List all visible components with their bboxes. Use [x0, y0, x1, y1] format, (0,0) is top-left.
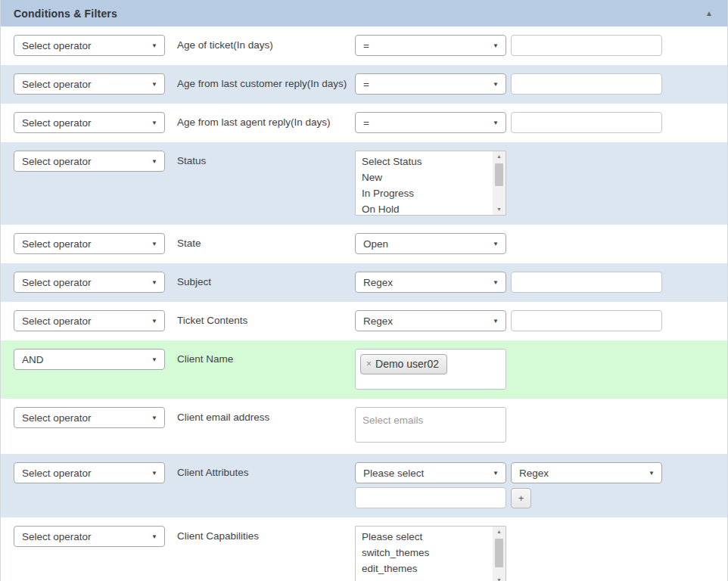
- client-name-tag-input[interactable]: × Demo user02: [355, 349, 506, 390]
- state-select-value: Open: [363, 238, 388, 250]
- filter-label: Client Name: [177, 349, 355, 370]
- scrollbar-thumb[interactable]: [495, 539, 503, 567]
- value-input[interactable]: [511, 112, 662, 133]
- chevron-down-icon: ▼: [147, 470, 157, 477]
- value-input[interactable]: [511, 73, 662, 95]
- filter-row-client-email: Select operator ▼ Client email address S…: [1, 399, 727, 454]
- scroll-up-icon[interactable]: ▲: [493, 527, 506, 537]
- collapse-arrow-icon[interactable]: ▲: [705, 9, 713, 17]
- operator-select-value: Select operator: [22, 315, 92, 327]
- comparator-select-value: =: [363, 117, 369, 129]
- chevron-down-icon: ▼: [147, 415, 157, 421]
- operator-select[interactable]: Select operator ▼: [14, 73, 165, 95]
- operator-select-value: Select operator: [22, 412, 92, 424]
- operator-select[interactable]: Select operator ▼: [14, 35, 165, 56]
- client-email-tag-input[interactable]: Select emails: [355, 407, 506, 443]
- email-input-placeholder: Select emails: [362, 415, 423, 426]
- attribute-value-input[interactable]: [355, 487, 506, 508]
- list-option[interactable]: New: [356, 169, 493, 185]
- operator-select[interactable]: Select operator ▼: [14, 526, 165, 547]
- chevron-down-icon: ▼: [147, 318, 157, 325]
- operator-select-value: AND: [22, 354, 44, 365]
- panel-title: Conditions & Filters: [14, 8, 705, 20]
- capabilities-multiselect[interactable]: Please select switch_themes edit_themes …: [355, 526, 506, 581]
- operator-select[interactable]: Select operator ▼: [14, 272, 165, 293]
- list-option[interactable]: Please select: [356, 529, 493, 545]
- state-select[interactable]: Open ▼: [355, 233, 506, 254]
- attribute-select[interactable]: Please select ▼: [355, 462, 506, 483]
- chevron-down-icon: ▼: [488, 318, 499, 325]
- chevron-down-icon: ▼: [147, 279, 157, 286]
- scroll-down-icon[interactable]: ▼: [493, 575, 506, 581]
- chevron-down-icon: ▼: [147, 241, 157, 247]
- operator-select[interactable]: Select operator ▼: [14, 462, 165, 483]
- chevron-down-icon: ▼: [147, 158, 157, 165]
- filter-label: Client Capabilities: [177, 526, 355, 547]
- chevron-down-icon: ▼: [488, 241, 499, 247]
- filter-row-state: Select operator ▼ State Open ▼: [1, 225, 727, 263]
- remove-tag-icon[interactable]: ×: [366, 359, 372, 369]
- operator-select[interactable]: AND ▼: [14, 349, 165, 370]
- selected-tag-label: Demo user02: [375, 358, 439, 370]
- scrollbar-thumb[interactable]: [495, 163, 503, 186]
- operator-select-value: Select operator: [22, 468, 92, 479]
- comparator-select[interactable]: Regex ▼: [355, 272, 506, 293]
- filter-label: Subject: [177, 272, 355, 293]
- filter-row-age-of-ticket: Select operator ▼ Age of ticket(In days)…: [1, 26, 727, 65]
- filter-row-age-last-customer-reply: Select operator ▼ Age from last customer…: [1, 65, 727, 104]
- scroll-up-icon[interactable]: ▲: [493, 151, 506, 162]
- list-option[interactable]: switch_themes: [356, 545, 493, 561]
- list-option[interactable]: Select Status: [356, 154, 493, 169]
- comparator-select-value: Regex: [519, 468, 549, 479]
- list-option[interactable]: In Progress: [356, 185, 493, 201]
- operator-select[interactable]: Select operator ▼: [14, 310, 165, 331]
- comparator-select[interactable]: = ▼: [355, 73, 506, 95]
- chevron-down-icon: ▼: [488, 81, 499, 88]
- operator-select-value: Select operator: [22, 79, 92, 90]
- attribute-select-value: Please select: [363, 468, 424, 479]
- scroll-down-icon[interactable]: ▼: [493, 204, 506, 215]
- filter-label: Client Attributes: [177, 462, 355, 483]
- operator-select[interactable]: Select operator ▼: [14, 233, 165, 254]
- filter-label: Status: [177, 151, 355, 172]
- comparator-select[interactable]: = ▼: [355, 112, 506, 133]
- chevron-down-icon: ▼: [147, 42, 157, 49]
- filter-label: State: [177, 233, 355, 254]
- filter-label: Age of ticket(In days): [177, 35, 355, 56]
- chevron-down-icon: ▼: [147, 356, 157, 363]
- comparator-select[interactable]: = ▼: [355, 35, 506, 56]
- scrollbar[interactable]: ▲ ▼: [493, 527, 506, 581]
- operator-select[interactable]: Select operator ▼: [14, 112, 165, 133]
- comparator-select-value: =: [363, 40, 369, 51]
- status-multiselect[interactable]: Select Status New In Progress On Hold ▲ …: [355, 151, 506, 216]
- comparator-select[interactable]: Regex ▼: [355, 310, 506, 331]
- chevron-down-icon: ▼: [488, 279, 499, 286]
- comparator-select[interactable]: Regex ▼: [511, 462, 662, 483]
- value-input[interactable]: [511, 35, 662, 56]
- chevron-down-icon: ▼: [147, 120, 157, 126]
- comparator-select-value: =: [363, 79, 369, 90]
- operator-select-value: Select operator: [22, 238, 92, 250]
- operator-select[interactable]: Select operator ▼: [14, 151, 165, 172]
- chevron-down-icon: ▼: [488, 42, 499, 49]
- list-option[interactable]: On Hold: [356, 201, 493, 216]
- scrollbar[interactable]: ▲ ▼: [493, 151, 506, 215]
- value-input[interactable]: [511, 310, 662, 331]
- conditions-filters-panel: Conditions & Filters ▲ Select operator ▼…: [0, 0, 728, 581]
- filter-label: Age from last agent reply(In days): [177, 112, 355, 133]
- chevron-down-icon: ▼: [488, 120, 499, 126]
- filter-row-client-capabilities: Select operator ▼ Client Capabilities Pl…: [1, 517, 727, 581]
- panel-header[interactable]: Conditions & Filters ▲: [1, 0, 727, 26]
- operator-select-value: Select operator: [22, 117, 92, 129]
- add-attribute-button[interactable]: +: [511, 488, 531, 508]
- operator-select[interactable]: Select operator ▼: [14, 407, 165, 428]
- value-input[interactable]: [511, 272, 662, 293]
- filter-row-subject: Select operator ▼ Subject Regex ▼: [1, 263, 727, 302]
- list-option[interactable]: edit_themes: [356, 561, 493, 576]
- filter-row-client-name: AND ▼ Client Name × Demo user02: [1, 340, 727, 399]
- comparator-select-value: Regex: [363, 315, 393, 327]
- filter-row-ticket-contents: Select operator ▼ Ticket Contents Regex …: [1, 302, 727, 340]
- list-option[interactable]: activate_plugins: [356, 576, 493, 581]
- filter-label: Age from last customer reply(In days): [177, 73, 355, 95]
- filter-row-client-attributes: Select operator ▼ Client Attributes Plea…: [1, 454, 727, 517]
